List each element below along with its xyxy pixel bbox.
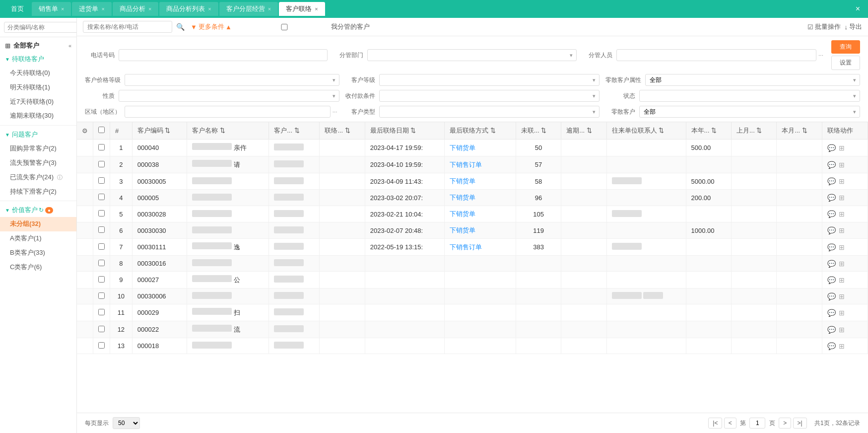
next-page-button[interactable]: >: [779, 418, 791, 429]
page-size-select[interactable]: 2050100: [113, 417, 140, 429]
customer-level-select[interactable]: [379, 74, 600, 86]
row-checkbox[interactable]: [93, 222, 110, 239]
sidebar-item-overdue[interactable]: 逾期未联络(30): [0, 109, 76, 123]
query-button[interactable]: 查询: [831, 40, 860, 54]
first-page-button[interactable]: |<: [708, 418, 722, 429]
row-checkbox[interactable]: [93, 206, 110, 222]
page-number-input[interactable]: [749, 418, 765, 429]
staff-ellipsis[interactable]: ···: [816, 51, 825, 60]
row-last-contact-link[interactable]: 下销货单: [450, 177, 475, 185]
sidebar-item-c-class[interactable]: C类客户(6): [0, 260, 76, 275]
col-name[interactable]: 客户名称 ⇅: [187, 122, 269, 140]
row-checkbox[interactable]: [93, 272, 110, 289]
sidebar-item-tomorrow[interactable]: 明天待联络(1): [0, 80, 76, 95]
sidebar-group-problem[interactable]: ▼ 问题客户: [0, 128, 76, 142]
row-last-contact-link[interactable]: 下销货单: [450, 194, 475, 201]
message-icon[interactable]: 💬: [827, 161, 836, 169]
region-input[interactable]: [125, 106, 331, 118]
col-contact[interactable]: 联络... ⇅: [320, 122, 365, 140]
tab-customer-contact[interactable]: 客户联络 ×: [279, 2, 325, 16]
tab-customer-contact-close[interactable]: ×: [315, 6, 318, 12]
region-ellipsis[interactable]: ···: [331, 107, 339, 116]
status-select[interactable]: [639, 90, 860, 102]
tab-purchase[interactable]: 进货单 ×: [72, 2, 111, 16]
sidebar-item-unclassified[interactable]: 未分组(32): [0, 217, 76, 231]
message-icon[interactable]: 💬: [827, 292, 836, 300]
nature-select[interactable]: [119, 90, 339, 102]
sidebar-item-today[interactable]: 今天待联络(0): [0, 66, 76, 80]
row-checkbox[interactable]: [93, 156, 110, 173]
payment-select[interactable]: [379, 90, 600, 102]
more-conditions-button[interactable]: ▼ 更多条件 ▲: [191, 22, 232, 31]
sidebar-group-pending[interactable]: ▼ 待联络客户: [0, 52, 76, 66]
price-level-select[interactable]: [125, 74, 339, 86]
export-button[interactable]: ↓ 导出: [845, 22, 863, 31]
tab-home[interactable]: 首页: [4, 2, 31, 16]
dept-select[interactable]: [367, 49, 576, 61]
row-last-contact-link[interactable]: 下销货单: [450, 226, 475, 234]
row-checkbox[interactable]: [93, 256, 110, 272]
sidebar-item-declining[interactable]: 持续下滑客户(2): [0, 185, 76, 199]
message-icon[interactable]: 💬: [827, 210, 836, 218]
col-this-year[interactable]: 本年... ⇅: [686, 122, 731, 140]
search-input[interactable]: [83, 21, 172, 33]
retail-attr-select[interactable]: 全部: [645, 74, 860, 86]
reset-button[interactable]: 设置: [831, 56, 860, 70]
row-last-contact-link[interactable]: 下销货单: [450, 210, 475, 217]
col-type[interactable]: 客户... ⇅: [269, 122, 320, 140]
prev-page-button[interactable]: <: [724, 418, 736, 429]
row-last-contact-link[interactable]: 下销售订单: [450, 243, 482, 251]
window-close-button[interactable]: ×: [852, 4, 864, 13]
tab-product-analysis-list[interactable]: 商品分析列表 ×: [159, 2, 218, 16]
row-checkbox[interactable]: [93, 304, 110, 321]
message-icon[interactable]: 💬: [827, 194, 836, 202]
message-icon[interactable]: 💬: [827, 276, 836, 284]
grid-action-icon[interactable]: ⊞: [839, 161, 845, 169]
grid-action-icon[interactable]: ⊞: [839, 260, 845, 268]
sidebar-collapse-icon[interactable]: «: [68, 43, 71, 49]
tab-product-analysis-list-close[interactable]: ×: [208, 6, 211, 12]
sidebar-group-value[interactable]: ▼ 价值客户 ↻ ●: [0, 203, 76, 217]
message-icon[interactable]: 💬: [827, 144, 836, 152]
lost-info-icon[interactable]: ⓘ: [57, 174, 63, 180]
message-icon[interactable]: 💬: [827, 177, 836, 185]
sidebar-item-churn-risk[interactable]: 流失预警客户(3): [0, 156, 76, 170]
grid-action-icon[interactable]: ⊞: [839, 194, 845, 202]
message-icon[interactable]: 💬: [827, 309, 836, 317]
tab-product-analysis[interactable]: 商品分析 ×: [113, 2, 158, 16]
col-last-month[interactable]: 上月... ⇅: [731, 122, 776, 140]
col-this-month[interactable]: 本月... ⇅: [777, 122, 822, 140]
checkbox-column-header[interactable]: [93, 122, 110, 140]
sidebar-item-abnormal-purchase[interactable]: 固购异常客户(2): [0, 142, 76, 156]
last-page-button[interactable]: >|: [793, 418, 807, 429]
grid-action-icon[interactable]: ⊞: [839, 326, 845, 334]
retail-customer-select[interactable]: 全部: [639, 106, 860, 118]
message-icon[interactable]: 💬: [827, 260, 836, 268]
tab-customer-segment-close[interactable]: ×: [268, 6, 271, 12]
grid-action-icon[interactable]: ⊞: [839, 342, 845, 350]
staff-input[interactable]: [616, 49, 816, 61]
grid-action-icon[interactable]: ⊞: [839, 210, 845, 218]
sidebar-item-b-class[interactable]: B类客户(33): [0, 246, 76, 260]
customer-type-select[interactable]: [379, 106, 600, 118]
sidebar-search-input[interactable]: [4, 22, 77, 33]
phone-input[interactable]: [119, 49, 328, 61]
col-no-contact-days[interactable]: 未联... ⇅: [516, 122, 561, 140]
tab-product-analysis-close[interactable]: ×: [148, 6, 151, 12]
row-last-contact-link[interactable]: 下销售订单: [450, 161, 482, 168]
col-company-contact[interactable]: 往来单位联系人 ⇅: [606, 122, 686, 140]
sidebar-item-lost[interactable]: 已流失客户(24) ⓘ: [0, 170, 76, 185]
grid-action-icon[interactable]: ⊞: [839, 177, 845, 185]
search-button[interactable]: 🔍: [176, 23, 185, 31]
row-checkbox[interactable]: [93, 239, 110, 256]
tab-purchase-close[interactable]: ×: [101, 6, 104, 12]
message-icon[interactable]: 💬: [827, 342, 836, 350]
grid-action-icon[interactable]: ⊞: [839, 292, 845, 300]
message-icon[interactable]: 💬: [827, 243, 836, 251]
my-customers-check[interactable]: [240, 24, 329, 30]
batch-operations-button[interactable]: ☑ 批量操作: [807, 22, 841, 31]
grid-action-icon[interactable]: ⊞: [839, 243, 845, 251]
sidebar-all-customers[interactable]: ⊞ 全部客户 «: [0, 37, 76, 52]
row-checkbox[interactable]: [93, 190, 110, 206]
grid-action-icon[interactable]: ⊞: [839, 144, 845, 152]
